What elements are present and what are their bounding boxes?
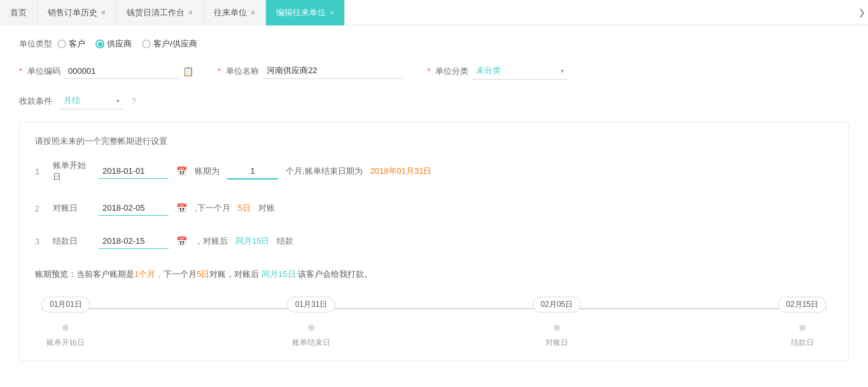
row-3-suffix-highlight: 同月15日 xyxy=(235,236,269,247)
tl-dot-1 xyxy=(308,325,314,331)
unit-category-chevron-icon: ▾ xyxy=(561,67,564,74)
radio-supplier[interactable]: 供应商 xyxy=(95,38,132,50)
tl-desc-0: 账单开始日 xyxy=(46,337,85,348)
tl-dot-2 xyxy=(554,325,560,331)
timeline-point-3: 02月15日 结款日 xyxy=(778,297,827,348)
row-1-date-input[interactable] xyxy=(99,164,169,179)
row-3-key: 结款日 xyxy=(53,236,91,247)
row-2-date-input[interactable] xyxy=(99,201,169,216)
row-2-key: 对账日 xyxy=(53,202,91,214)
payment-terms-label: 收款条件 xyxy=(19,95,52,107)
unit-category-value: 未分类 xyxy=(476,65,558,76)
tl-label-1: 01月31日 xyxy=(287,297,336,313)
section-row-1: 1 账单开始日 📅 账期为 个月,账单结束日期为 2018年01月31日 xyxy=(35,160,833,183)
tab-edit-partner-close[interactable]: × xyxy=(330,8,334,17)
tl-dot-0 xyxy=(62,325,69,331)
section-title: 请按照未来的一个完整帐期进行设置 xyxy=(35,136,833,147)
unit-name-label: 单位名称 xyxy=(226,66,259,77)
unit-name-star: * xyxy=(218,66,221,76)
tl-label-0: 01月01日 xyxy=(41,297,90,313)
tab-partner-units-close[interactable]: × xyxy=(251,8,255,17)
section-row-2: 2 对账日 📅 ,下一个月5日 对账 xyxy=(35,201,833,216)
row-1-period-suffix: 个月,账单结束日期为 xyxy=(286,165,363,177)
radio-both[interactable]: 客户/供应商 xyxy=(142,38,197,50)
preview-highlight3: 同月15日 xyxy=(262,269,295,279)
row-3-suffix-pre: ，对账后 xyxy=(195,236,228,247)
payment-terms-value: 月结 xyxy=(64,95,114,106)
tab-cash-workbench-label: 钱货日清工作台 xyxy=(127,7,185,18)
tl-label-2: 02月05日 xyxy=(533,297,582,313)
row-1-period-label: 账期为 xyxy=(195,165,220,177)
row-1-period-end-date: 2018年01月31日 xyxy=(370,165,432,177)
row-1-calendar-icon[interactable]: 📅 xyxy=(176,166,187,176)
unit-category-star: * xyxy=(427,66,430,76)
tab-cash-workbench-close[interactable]: × xyxy=(188,8,193,17)
tab-edit-partner[interactable]: 编辑往来单位 × xyxy=(266,0,345,25)
radio-group-unit-type: 客户 供应商 客户/供应商 xyxy=(57,38,197,50)
row-2-suffix-post: 对账 xyxy=(258,202,275,214)
unit-category-select[interactable]: 未分类 ▾ xyxy=(472,62,568,80)
section-row-3: 3 结款日 📅 ，对账后同月15日 结款 xyxy=(35,234,833,249)
help-icon[interactable]: ? xyxy=(131,96,136,106)
preview-text: 账期预览：当前客户账期是1个月，下一个月5日对账，对账后 同月15日 该客户会给… xyxy=(35,267,833,281)
radio-customer[interactable]: 客户 xyxy=(57,38,85,50)
row-3-num: 3 xyxy=(35,237,45,246)
tl-desc-1: 账单结束日 xyxy=(292,337,330,348)
unit-code-input[interactable] xyxy=(64,64,179,79)
section-box: 请按照未来的一个完整帐期进行设置 1 账单开始日 📅 账期为 个月,账单结束日期… xyxy=(19,122,849,362)
tab-sales-history-close[interactable]: × xyxy=(101,8,106,17)
payment-terms-chevron-icon: ▾ xyxy=(116,97,120,104)
unit-code-star: * xyxy=(19,66,22,76)
tl-desc-3: 结款日 xyxy=(791,337,814,348)
row-1-period-input[interactable] xyxy=(227,164,278,179)
tab-edit-partner-label: 编辑往来单位 xyxy=(276,7,326,18)
radio-customer-label: 客户 xyxy=(69,38,85,50)
tl-desc-2: 对账日 xyxy=(545,337,568,348)
tl-label-3: 02月15日 xyxy=(778,297,827,313)
payment-terms-select[interactable]: 月结 ▾ xyxy=(60,92,123,109)
unit-type-label: 单位类型 xyxy=(19,38,52,50)
row-3-suffix-post: 结款 xyxy=(277,236,293,247)
timeline-point-0: 01月01日 账单开始日 xyxy=(41,297,90,348)
row-2-suffix-pre: ,下一个月 xyxy=(195,202,230,214)
preview-highlight2: 5日 xyxy=(197,269,209,279)
preview-prefix: 账期预览：当前客户账期是 xyxy=(35,269,134,279)
row-3-calendar-icon[interactable]: 📅 xyxy=(176,236,187,246)
unit-name-input[interactable] xyxy=(263,64,403,79)
radio-customer-circle xyxy=(57,39,66,48)
radio-supplier-circle xyxy=(95,39,104,48)
preview-suffix: 该客户会给我打款。 xyxy=(298,269,372,279)
row-2-calendar-icon[interactable]: 📅 xyxy=(176,203,187,213)
unit-category-label: 单位分类 xyxy=(435,66,468,77)
payment-terms-row: 收款条件 月结 ▾ ? xyxy=(19,92,849,109)
radio-both-circle xyxy=(142,39,151,48)
preview-highlight1: 1个月， xyxy=(134,269,164,279)
unit-code-label: 单位编码 xyxy=(27,66,60,77)
row-1-key: 账单开始日 xyxy=(53,160,91,183)
main-content: 单位类型 客户 供应商 客户/供应商 * 单位编码 📋 * 单位名称 xyxy=(0,25,868,387)
timeline-point-1: 01月31日 账单结束日 xyxy=(287,297,336,348)
tl-dot-3 xyxy=(799,325,806,331)
tab-sales-history[interactable]: 销售订单历史 × xyxy=(38,0,116,25)
preview-middle2: 对账，对账后 xyxy=(209,269,259,279)
unit-name-group: * 单位名称 xyxy=(218,64,403,79)
tab-nav-arrow[interactable]: ❯ xyxy=(855,8,868,17)
preview-middle1: 下一个月 xyxy=(164,269,197,279)
row-2-num: 2 xyxy=(35,204,45,213)
tabs-bar: 首页 销售订单历史 × 钱货日清工作台 × 往来单位 × 编辑往来单位 × ❯ xyxy=(0,0,868,25)
row-3-date-input[interactable] xyxy=(99,234,169,249)
radio-both-label: 客户/供应商 xyxy=(153,38,197,50)
unit-category-group: * 单位分类 未分类 ▾ xyxy=(427,62,568,80)
unit-code-calendar-icon[interactable]: 📋 xyxy=(183,66,193,76)
tab-partner-units-label: 往来单位 xyxy=(214,7,247,18)
tab-home[interactable]: 首页 xyxy=(0,0,38,25)
unit-info-row: * 单位编码 📋 * 单位名称 * 单位分类 未分类 ▾ xyxy=(19,62,849,80)
row-2-suffix-highlight: 5日 xyxy=(238,202,251,214)
timeline-point-2: 02月05日 对账日 xyxy=(533,297,582,348)
unit-code-group: * 单位编码 📋 xyxy=(19,64,193,79)
timeline-wrapper: 01月01日 账单开始日 01月31日 账单结束日 02月05日 对账日 xyxy=(35,297,833,348)
tab-partner-units[interactable]: 往来单位 × xyxy=(204,0,266,25)
radio-supplier-label: 供应商 xyxy=(107,38,132,50)
timeline-points: 01月01日 账单开始日 01月31日 账单结束日 02月05日 对账日 xyxy=(41,297,827,348)
tab-cash-workbench[interactable]: 钱货日清工作台 × xyxy=(116,0,204,25)
